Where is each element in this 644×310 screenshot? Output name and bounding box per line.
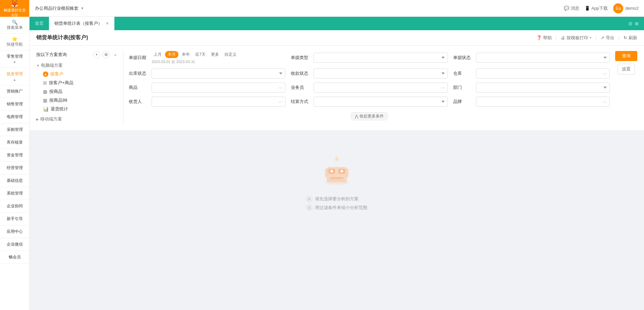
refresh-btn[interactable]: ↻ 刷新 xyxy=(624,35,637,41)
wechat-label: 企业微信 xyxy=(7,242,23,247)
department-select[interactable] xyxy=(476,83,610,93)
desktop-group-arrow: ▼ xyxy=(36,64,40,67)
scheme-item-by-customer-product[interactable]: ⊞ 按客户+商品 xyxy=(36,79,119,87)
empty-tip-1: ① 请先选择要分析的方案 xyxy=(306,196,367,202)
scheme-group-mobile-header[interactable]: ▶ 移动端方案 xyxy=(36,115,119,123)
app-download-btn[interactable]: 📱 App下载 xyxy=(585,5,608,11)
salesperson-input[interactable] xyxy=(317,85,439,90)
filter-field-warehouse: 仓库 ··· xyxy=(453,68,610,79)
page-title: 销货单统计表(按客户) xyxy=(36,34,88,41)
tab-home[interactable]: 首页 xyxy=(30,17,49,30)
date-range-picker: 上月 本月 本年 近7天 更多 自定义 2023-03-01 至 2023-03… xyxy=(152,51,285,64)
date-tab-more[interactable]: 更多 xyxy=(209,51,221,58)
scheme-add-btn[interactable]: + xyxy=(93,51,100,58)
filter-section: 按以下方案查询 + ⚙ « ▼ 电脑端方案 xyxy=(30,46,644,130)
tab-sales-stats[interactable]: 销货单统计表（按客户） ✕ xyxy=(49,17,114,30)
refresh-icon: ↻ xyxy=(624,35,627,40)
company-dropdown-arrow[interactable]: ▾ xyxy=(81,6,84,11)
doc-status-select[interactable] xyxy=(476,53,610,63)
tab-minimize-icon[interactable]: ⊟ xyxy=(629,21,632,26)
product-input[interactable] xyxy=(155,85,277,90)
search-menu-btn[interactable]: 🔍 搜索菜单 xyxy=(0,17,29,34)
date-tab-this-year[interactable]: 本年 xyxy=(180,51,192,58)
page-content: 销货单统计表(按客户) ❓ 帮助 | 🖨 按模板打印 ▾ | ↗ 导出 | xyxy=(30,30,644,310)
scheme-settings-btn[interactable]: ⚙ xyxy=(102,51,110,58)
settlement-select[interactable] xyxy=(314,97,447,107)
avatar-text: Ea xyxy=(616,6,621,11)
sidebar-item-basic[interactable]: 基础信息 xyxy=(0,174,29,187)
quick-nav-label: 快捷导航 xyxy=(1,42,28,47)
warehouse-input[interactable] xyxy=(479,71,602,76)
tab-fullscreen-icon[interactable]: ⊞ xyxy=(635,21,639,26)
scheme-item-by-product-99[interactable]: ▦ 按商品99 xyxy=(36,96,119,105)
consignee-label: 收货人 xyxy=(129,99,149,105)
scheme-item-return-stats[interactable]: 📊 退货统计 xyxy=(36,105,119,113)
salesperson-ellipsis-btn[interactable]: ··· xyxy=(441,85,445,90)
sidebar-item-ecommerce[interactable]: 电商管理 xyxy=(0,111,29,123)
tab-bar: 首页 销货单统计表（按客户） ✕ ⊟ ⊞ xyxy=(30,17,644,30)
date-tab-this-month[interactable]: 本月 xyxy=(165,51,178,58)
sidebar-item-operations[interactable]: 经营管理 xyxy=(0,162,29,174)
page-header: 销货单统计表(按客户) ❓ 帮助 | 🖨 按模板打印 ▾ | ↗ 导出 | xyxy=(30,30,644,46)
appcenter-label: 应用中心 xyxy=(7,229,23,235)
filter-field-out-status: 出库状态 xyxy=(129,68,285,79)
help-btn[interactable]: ❓ 帮助 xyxy=(536,35,552,41)
template-print-btn[interactable]: 🖨 按模板打印 ▾ xyxy=(561,35,591,41)
scheme-item-by-customer[interactable]: ● 按客户 xyxy=(36,70,119,79)
by-product-99-icon: ▦ xyxy=(43,98,47,103)
divider1: | xyxy=(556,35,557,40)
collapse-conditions-btn[interactable]: ⋀ 收起更多条件 xyxy=(351,112,388,120)
doc-type-select[interactable] xyxy=(314,53,447,63)
user-profile-btn[interactable]: Ea demo2 xyxy=(613,3,639,13)
sidebar-item-wholesale[interactable]: 批发管理 ▲ xyxy=(0,68,29,85)
settings-button[interactable]: 设置 xyxy=(618,64,635,74)
out-status-select[interactable] xyxy=(152,68,285,79)
product-ellipsis-btn[interactable]: ··· xyxy=(279,85,283,90)
warehouse-ellipsis-btn[interactable]: ··· xyxy=(603,71,607,76)
receive-status-label: 收款状态 xyxy=(291,70,311,76)
sidebar-item-member[interactable]: 畅会员 xyxy=(0,251,29,264)
date-tab-custom[interactable]: 自定义 xyxy=(222,51,238,58)
sidebar-item-finance[interactable]: 资金管理 xyxy=(0,149,29,162)
brand-input[interactable] xyxy=(479,99,602,104)
sidebar-item-enterprise[interactable]: 企业协同 xyxy=(0,200,29,213)
export-btn[interactable]: ↗ 导出 xyxy=(601,35,614,41)
search-menu-label: 搜索菜单 xyxy=(1,25,28,31)
consignee-input[interactable] xyxy=(155,99,277,104)
scheme-item-by-product[interactable]: ▦ 按商品 xyxy=(36,87,119,96)
query-button[interactable]: 查询 xyxy=(615,51,637,61)
date-tab-last-month[interactable]: 上月 xyxy=(152,51,164,58)
sidebar-item-wechat[interactable]: 企业微信 xyxy=(0,238,29,251)
newbie-label: 新手引导 xyxy=(7,216,23,222)
scheme-collapse-btn[interactable]: « xyxy=(112,51,119,58)
template-print-label: 按模板打印 xyxy=(567,35,588,41)
warehouse-label: 仓库 xyxy=(453,70,473,76)
filter-field-consignee: 收货人 ··· xyxy=(129,97,285,107)
empty-tips: ① 请先选择要分析的方案 ② 用过滤条件来缩小分析范围 xyxy=(306,196,367,211)
date-tab-last-7[interactable]: 近7天 xyxy=(193,51,208,58)
settlement-label: 结算方式 xyxy=(291,99,311,105)
by-customer-product-icon: ⊞ xyxy=(43,80,47,86)
sidebar-item-newbie[interactable]: 新手引导 xyxy=(0,213,29,225)
consignee-ellipsis-btn[interactable]: ··· xyxy=(279,99,283,104)
tab-close-icon[interactable]: ✕ xyxy=(106,21,109,26)
operations-label: 经营管理 xyxy=(7,165,23,171)
consignee-input-wrapper: ··· xyxy=(152,97,285,107)
by-customer-label: 按客户 xyxy=(50,71,63,77)
desktop-group-name: 电脑端方案 xyxy=(41,62,63,68)
collapse-icon: ⋀ xyxy=(355,114,358,119)
scheme-group-desktop-header[interactable]: ▼ 电脑端方案 xyxy=(36,61,119,70)
receive-status-select[interactable] xyxy=(314,68,447,79)
message-btn[interactable]: 💬 消息 xyxy=(564,5,579,11)
sidebar-item-sales[interactable]: 销售管理 xyxy=(0,98,29,111)
brand-ellipsis-btn[interactable]: ··· xyxy=(603,99,607,104)
sidebar-item-purchase[interactable]: 采购管理 xyxy=(0,123,29,136)
sidebar-item-system[interactable]: 系统管理 xyxy=(0,187,29,200)
sidebar-item-appcenter[interactable]: 应用中心 xyxy=(0,225,29,238)
sidebar-item-inventory[interactable]: 库存核算 xyxy=(0,136,29,149)
sidebar-item-retail[interactable]: 零售管理 ▼ xyxy=(0,50,29,68)
doc-type-label: 单据类型 xyxy=(291,55,311,61)
quick-nav-btn[interactable]: ⭐ 快捷导航 xyxy=(0,34,29,50)
sidebar-item-marketing[interactable]: 营销推广 xyxy=(0,85,29,98)
return-stats-icon: 📊 xyxy=(43,106,49,112)
